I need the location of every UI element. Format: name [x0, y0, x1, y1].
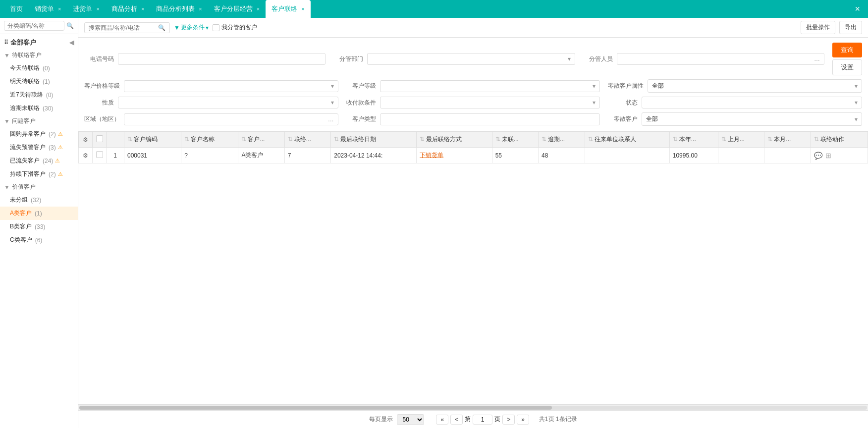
content-area: 🔍 ▼ 更多条件 ▾ 我分管的客户 批量操作 导出 电话号码分管部门▾分管人员……	[78, 18, 868, 428]
cell-lastDate: 2023-04-12 14:44:	[331, 148, 417, 163]
count-badge: (2)	[49, 171, 56, 178]
sort-icon[interactable]: ⇅	[814, 136, 819, 143]
sort-icon[interactable]: ⇅	[673, 136, 678, 143]
nav-item-客户分层经营[interactable]: 客户分层经营×	[208, 0, 266, 18]
filter-search-input[interactable]	[89, 24, 158, 31]
nav-item-首页[interactable]: 首页	[4, 0, 29, 18]
nav-close-icon[interactable]: ×	[141, 0, 144, 18]
sidebar-item-1-3[interactable]: 持续下滑客户(2)⚠	[0, 167, 78, 181]
sidebar-item-0-2[interactable]: 近7天待联络(0)	[0, 88, 78, 102]
more-dots-icon[interactable]: …	[328, 116, 334, 123]
header-checkbox[interactable]	[96, 135, 103, 142]
nav-item-客户联络[interactable]: 客户联络×	[266, 0, 310, 18]
filter-select-1-0[interactable]: ▾	[124, 80, 338, 92]
batch-op-button[interactable]: 批量操作	[801, 21, 835, 34]
export-button[interactable]: 导出	[839, 21, 862, 34]
nav-close-icon[interactable]: ×	[257, 0, 260, 18]
col-header-num	[107, 132, 124, 148]
scrollbar-thumb[interactable]	[79, 406, 552, 410]
sort-icon[interactable]: ⇅	[334, 136, 339, 143]
query-button[interactable]: 查询	[832, 43, 862, 57]
close-all-button[interactable]: ×	[851, 4, 864, 14]
first-page-button[interactable]: «	[436, 415, 448, 425]
sort-icon[interactable]: ⇅	[767, 136, 772, 143]
filter-input-0-0[interactable]	[118, 53, 326, 65]
sidebar-item-2-2[interactable]: B类客户(33)	[0, 220, 78, 233]
cell-action[interactable]: 💬⊞	[811, 148, 868, 163]
sidebar-section-title-0[interactable]: ▼待联络客户	[0, 49, 78, 61]
col-header-check[interactable]	[93, 132, 107, 148]
qr-icon[interactable]: ⊞	[825, 152, 831, 160]
sidebar-item-1-2[interactable]: 已流失客户(24)⚠	[0, 154, 78, 167]
row-gear-icon[interactable]: ⚙	[83, 152, 88, 159]
sidebar-item-2-0[interactable]: 未分组(32)	[0, 193, 78, 207]
sort-icon[interactable]: ⇅	[495, 136, 500, 143]
nav-close-icon[interactable]: ×	[58, 0, 61, 18]
sort-icon[interactable]: ⇅	[241, 136, 246, 143]
nav-close-icon[interactable]: ×	[96, 0, 99, 18]
col-header-gear[interactable]: ⚙	[79, 132, 93, 148]
col-header-lastDate: ⇅最后联络日期	[331, 132, 417, 148]
sidebar-all-customers: ⠿ 全部客户 ◀	[0, 34, 78, 49]
nav-close-icon[interactable]: ×	[199, 0, 202, 18]
col-header-lastMonth: ⇅上月...	[718, 132, 764, 148]
sidebar-item-1-0[interactable]: 回购异常客户(2)⚠	[0, 127, 78, 141]
nav-item-销货单[interactable]: 销货单×	[29, 0, 67, 18]
prev-page-button[interactable]: <	[450, 415, 463, 425]
sort-icon[interactable]: ⇅	[288, 136, 293, 143]
sort-icon[interactable]: ⇅	[721, 136, 726, 143]
filter-select-1-1[interactable]: ▾	[380, 80, 600, 92]
sidebar-section-title-2[interactable]: ▼价值客户	[0, 181, 78, 193]
sort-icon[interactable]: ⇅	[420, 136, 425, 143]
sort-icon[interactable]: ⇅	[542, 136, 546, 143]
sort-icon[interactable]: ⇅	[127, 136, 132, 143]
sidebar-item-2-3[interactable]: C类客户(6)	[0, 233, 78, 247]
cell-lastWay[interactable]: 下销货单	[417, 148, 492, 163]
nav-item-商品分析列表[interactable]: 商品分析列表×	[150, 0, 208, 18]
count-badge: (2)	[49, 131, 56, 138]
filter-select-3-2[interactable]: 全部▾	[642, 112, 862, 126]
nav-item-进货单[interactable]: 进货单×	[67, 0, 105, 18]
sidebar-search-icon[interactable]: 🔍	[66, 22, 74, 29]
filter-select-0-1[interactable]: ▾	[367, 53, 575, 65]
filter-select-2-1[interactable]: ▾	[380, 97, 600, 108]
sort-icon[interactable]: ⇅	[184, 136, 189, 143]
sidebar-item-2-1[interactable]: A类客户(1)	[0, 207, 78, 220]
filter-more-button[interactable]: ▼ 更多条件 ▾	[174, 23, 209, 32]
last-way-link[interactable]: 下销货单	[420, 152, 443, 159]
page-size-select[interactable]: 50 100 200	[397, 414, 424, 425]
sidebar-item-0-3[interactable]: 逾期未联络(30)	[0, 102, 78, 115]
next-page-button[interactable]: >	[502, 415, 515, 425]
sidebar-item-1-1[interactable]: 流失预警客户(3)⚠	[0, 141, 78, 154]
table-row: ⚙1000031?A类客户72023-04-12 14:44:下销货单55481…	[79, 148, 868, 163]
sidebar-search-input[interactable]	[4, 21, 64, 31]
nav-item-商品分析[interactable]: 商品分析×	[106, 0, 150, 18]
gear-icon[interactable]: ⚙	[83, 136, 88, 143]
page-number-input[interactable]	[473, 415, 492, 425]
message-icon[interactable]: 💬	[814, 152, 822, 160]
my-customers-checkbox[interactable]	[213, 24, 219, 31]
filter-select-2-2[interactable]: ▾	[642, 97, 862, 108]
horizontal-scrollbar[interactable]	[78, 404, 868, 410]
more-dots-icon[interactable]: …	[814, 55, 820, 62]
row-checkbox[interactable]	[96, 151, 103, 158]
filter-select-2-0[interactable]: ▾	[118, 97, 338, 108]
settings-button[interactable]: 设置	[832, 59, 862, 75]
nav-close-icon[interactable]: ×	[301, 0, 304, 18]
filter-search-icon[interactable]: 🔍	[158, 24, 165, 31]
all-customers-label[interactable]: 全部客户	[10, 38, 36, 47]
sidebar-collapse-icon[interactable]: ◀	[69, 39, 74, 46]
sidebar-item-0-0[interactable]: 今天待联络(0)	[0, 61, 78, 75]
col-header-action: ⇅联络动作	[811, 132, 868, 148]
sidebar-section-title-1[interactable]: ▼问题客户	[0, 115, 78, 127]
sort-icon[interactable]: ⇅	[588, 136, 593, 143]
cell-level: A类客户	[238, 148, 284, 163]
filter-input-3-1[interactable]	[380, 113, 600, 125]
filter-select-1-2[interactable]: 全部▾	[648, 79, 862, 93]
filter-select-dots-0-2[interactable]: …	[617, 53, 824, 65]
last-page-button[interactable]: »	[517, 415, 529, 425]
my-customers-filter[interactable]: 我分管的客户	[213, 23, 257, 32]
sidebar-item-0-1[interactable]: 明天待联络(1)	[0, 75, 78, 88]
triangle-icon: ▼	[4, 118, 10, 125]
filter-select-dots-3-0[interactable]: …	[124, 113, 338, 125]
